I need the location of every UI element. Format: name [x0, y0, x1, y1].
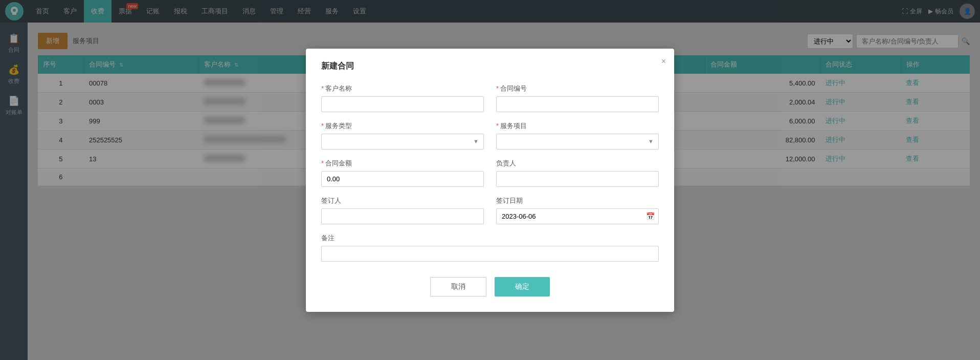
field-signer: 签订人	[321, 196, 484, 224]
contract-no-input[interactable]	[496, 96, 659, 112]
confirm-button[interactable]: 确定	[495, 277, 550, 297]
modal-close-button[interactable]: ×	[661, 57, 666, 66]
field-service-item: * 服务项目 ▼	[496, 121, 659, 150]
service-item-select-wrap: ▼	[496, 134, 659, 150]
field-contract-no: * 合同编号	[496, 84, 659, 112]
required-marker: *	[321, 84, 324, 92]
modal-overlay: 新建合同 × * 客户名称 * 合同编号	[0, 0, 980, 360]
modal-title: 新建合同	[321, 61, 659, 72]
field-customer-name: * 客户名称	[321, 84, 484, 112]
modal-footer: 取消 确定	[321, 277, 659, 297]
notes-label: 备注	[321, 234, 659, 243]
cancel-button[interactable]: 取消	[430, 277, 486, 297]
signer-input[interactable]	[321, 208, 484, 224]
field-notes: 备注	[321, 234, 659, 262]
service-type-label: * 服务类型	[321, 121, 484, 131]
customer-name-label: * 客户名称	[321, 84, 484, 93]
form-grid: * 客户名称 * 合同编号 * 服务类型	[321, 84, 659, 224]
required-marker4: *	[496, 122, 499, 130]
signer-label: 签订人	[321, 196, 484, 205]
service-item-select[interactable]	[496, 134, 659, 150]
notes-input[interactable]	[321, 246, 659, 262]
responsible-input[interactable]	[496, 171, 659, 187]
amount-input[interactable]	[321, 171, 484, 187]
amount-label: * 合同金额	[321, 159, 484, 168]
field-responsible: 负责人	[496, 159, 659, 187]
service-item-label2: * 服务项目	[496, 121, 659, 131]
required-marker2: *	[496, 84, 499, 92]
contract-no-label: * 合同编号	[496, 84, 659, 93]
sign-date-wrap: 📅	[496, 208, 659, 224]
service-type-select[interactable]	[321, 134, 484, 150]
responsible-label: 负责人	[496, 159, 659, 168]
field-sign-date: 签订日期 📅	[496, 196, 659, 224]
service-type-select-wrap: ▼	[321, 134, 484, 150]
customer-name-input[interactable]	[321, 96, 484, 112]
new-contract-modal: 新建合同 × * 客户名称 * 合同编号	[306, 49, 674, 312]
field-service-type: * 服务类型 ▼	[321, 121, 484, 150]
calendar-icon[interactable]: 📅	[646, 212, 655, 220]
field-amount: * 合同金额	[321, 159, 484, 187]
sign-date-label: 签订日期	[496, 196, 659, 205]
required-marker5: *	[321, 159, 324, 167]
sign-date-input[interactable]	[496, 208, 659, 224]
required-marker3: *	[321, 122, 324, 130]
